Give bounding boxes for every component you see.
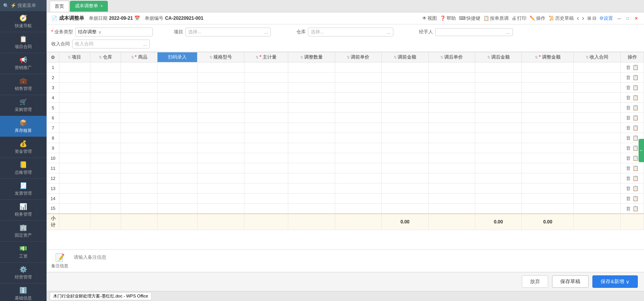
nav-next[interactable]: › xyxy=(582,15,584,22)
row-copy-icon[interactable]: 📋 xyxy=(632,185,639,191)
table-row: 11🗑📋 xyxy=(47,163,644,173)
taskbar: 木门行业好业财处理方案-墨红红.doc - WPS Office xyxy=(47,291,644,301)
row-copy-icon[interactable]: 📋 xyxy=(632,95,639,100)
notes-icon: 📝 xyxy=(55,253,65,262)
row-copy-icon[interactable]: 📋 xyxy=(632,145,639,151)
row-copy-icon[interactable]: 📋 xyxy=(632,165,639,171)
settings-btn[interactable]: ⚙设置 xyxy=(599,15,613,22)
taskbar-item[interactable]: 木门行业好业财处理方案-墨红红.doc - WPS Office xyxy=(50,292,152,300)
search-icon: 🔍 xyxy=(3,3,9,9)
sidebar-item-label: 采购管理 xyxy=(15,107,32,112)
row-copy-icon[interactable]: 📋 xyxy=(632,105,639,111)
form-title-area: 📄 成本调整单 xyxy=(51,15,84,22)
tab-cost-adjust[interactable]: 成本调整单 × xyxy=(70,1,108,12)
operation-btn[interactable]: ✏️ 操作 xyxy=(530,15,545,22)
window-close[interactable]: × xyxy=(633,15,639,21)
row-delete-icon[interactable]: 🗑 xyxy=(626,105,631,111)
calendar-icon[interactable]: 📅 xyxy=(134,16,140,21)
col-scan[interactable]: 扫码录入 xyxy=(157,52,197,62)
sidebar-item-label: 快速导航 xyxy=(15,23,32,29)
row-delete-icon[interactable]: 🗑 xyxy=(626,125,631,131)
row-copy-icon[interactable]: 📋 xyxy=(632,85,639,90)
docnum-value: CA-20220921-001 xyxy=(165,16,203,21)
row-delete-icon[interactable]: 🗑 xyxy=(626,195,631,201)
inventory-icon: 📦 xyxy=(19,119,27,126)
sidebar-item-payroll[interactable]: 💵 工资 xyxy=(0,242,47,263)
sidebar-item-basic-info[interactable]: ℹ️ 基础信息 xyxy=(0,284,47,301)
payroll-icon: 💵 xyxy=(19,245,27,252)
row-copy-icon[interactable]: 📋 xyxy=(632,74,639,80)
single-adjust-btn[interactable]: 📋 按单质调 xyxy=(483,15,509,22)
sidebar-item-label: 销售管理 xyxy=(15,86,32,92)
sidebar-item-sales-mgmt[interactable]: 💼 销售管理 xyxy=(0,74,47,95)
sidebar-item-quick-nav[interactable]: 🧭 快速导航 xyxy=(0,11,47,32)
row-copy-icon[interactable]: 📋 xyxy=(632,115,639,121)
tab-close-icon[interactable]: × xyxy=(100,4,103,8)
help-btn[interactable]: ❓ 帮助 xyxy=(440,15,456,22)
row-delete-icon[interactable]: 🗑 xyxy=(626,175,631,181)
ledger-mgmt-icon: 📒 xyxy=(19,161,27,168)
row-delete-icon[interactable]: 🗑 xyxy=(626,64,631,70)
biz-type-input[interactable]: 结存调整 ∨ xyxy=(75,28,153,36)
save-new-button[interactable]: 保存&新增 ∨ xyxy=(592,275,638,288)
income-contract-input[interactable]: 收入合同 ... xyxy=(72,40,150,48)
row-copy-icon[interactable]: 📋 xyxy=(632,135,639,141)
window-maximize[interactable]: □ xyxy=(625,15,631,21)
row-delete-icon[interactable]: 🗑 xyxy=(626,74,631,80)
row-copy-icon[interactable]: 📋 xyxy=(632,155,639,161)
sidebar-item-label: 库存核算 xyxy=(15,128,32,133)
sidebar-item-tax-mgmt[interactable]: 📊 税务管理 xyxy=(0,200,47,221)
sidebar-item-project-contract[interactable]: 📋 项目合同 xyxy=(0,32,47,53)
col-unit: ⇅* 主计量 xyxy=(244,52,288,62)
print-btn[interactable]: 🖨 打印 xyxy=(512,15,526,22)
col-settings[interactable]: ⚙ xyxy=(47,52,59,62)
row-delete-icon[interactable]: 🗑 xyxy=(626,206,631,211)
view-toggle[interactable]: ⊞ ⊟ xyxy=(587,16,596,21)
handler-input[interactable]: ... xyxy=(435,28,513,36)
col-spec: ⇅规格型号 xyxy=(197,52,244,62)
window-minimize[interactable]: — xyxy=(616,15,622,21)
sidebar-item-fund-mgmt[interactable]: 💰 资金管理 xyxy=(0,137,47,158)
col-after-amount: ⇅调后金额 xyxy=(475,52,522,62)
row-delete-icon[interactable]: 🗑 xyxy=(626,85,631,90)
row-delete-icon[interactable]: 🗑 xyxy=(626,165,631,171)
notes-label: 备注信息 xyxy=(51,263,68,269)
sidebar-item-ledger-mgmt[interactable]: 📒 总账管理 xyxy=(0,158,47,179)
warehouse-placeholder: 选择... xyxy=(311,29,324,35)
tab-home[interactable]: 首页 xyxy=(50,1,69,12)
invoice-mgmt-icon: 🧾 xyxy=(19,182,27,189)
sidebar-item-inventory[interactable]: 📦 库存核算 xyxy=(0,116,47,137)
sidebar-item-invoice-mgmt[interactable]: 🧾 发票管理 xyxy=(0,179,47,200)
row-delete-icon[interactable]: 🗑 xyxy=(626,115,631,121)
row-delete-icon[interactable]: 🗑 xyxy=(626,155,631,161)
row-delete-icon[interactable]: 🗑 xyxy=(626,95,631,100)
row-copy-icon[interactable]: 📋 xyxy=(632,206,639,211)
shortcut-btn[interactable]: ⌨ 快捷键 xyxy=(459,15,480,22)
right-handle[interactable]: › xyxy=(639,139,644,162)
notes-input[interactable] xyxy=(72,253,639,261)
sidebar-search[interactable]: 🔍 ⚡ 搜索菜单 xyxy=(0,0,47,11)
sidebar-item-purchase-mgmt[interactable]: 🛒 采购管理 xyxy=(0,95,47,116)
row-delete-icon[interactable]: 🗑 xyxy=(626,185,631,191)
sidebar-item-fixed-assets[interactable]: 🏢 固定资产 xyxy=(0,221,47,242)
sidebar-item-ops-mgmt[interactable]: ⚙️ 经营管理 xyxy=(0,263,47,284)
sidebar-item-label: 营销推广 xyxy=(15,65,32,71)
row-copy-icon[interactable]: 📋 xyxy=(632,175,639,181)
row-copy-icon[interactable]: 📋 xyxy=(632,195,639,201)
row-delete-icon[interactable]: 🗑 xyxy=(626,145,631,151)
row-copy-icon[interactable]: 📋 xyxy=(632,125,639,131)
row-copy-icon[interactable]: 📋 xyxy=(632,64,639,70)
row-delete-icon[interactable]: 🗑 xyxy=(626,135,631,141)
discard-button[interactable]: 放弃 xyxy=(522,275,548,288)
project-input[interactable]: 选择... ... xyxy=(185,28,271,36)
view-btn[interactable]: 👁 视图 xyxy=(422,15,437,22)
history-btn[interactable]: 📜 历史草稿 xyxy=(549,15,574,22)
warehouse-input[interactable]: 选择... ... xyxy=(308,28,393,36)
income-contract-label: 收入合同 xyxy=(51,41,70,47)
save-new-label: 保存&新增 xyxy=(601,278,624,285)
notes-area: 📝 备注信息 xyxy=(47,249,644,272)
sidebar-item-sales-promo[interactable]: 📢 营销推广 xyxy=(0,53,47,74)
save-draft-button[interactable]: 保存草稿 xyxy=(552,275,589,288)
nav-prev[interactable]: ‹ xyxy=(577,15,579,22)
handler-dots: ... xyxy=(506,29,510,35)
